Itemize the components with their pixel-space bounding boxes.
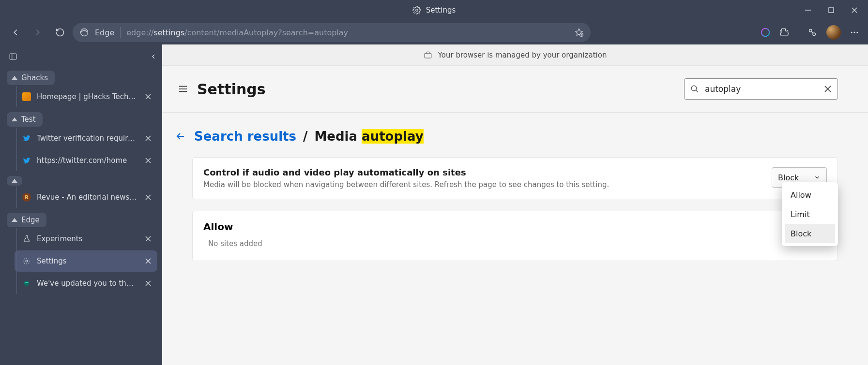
settings-gear-icon: [412, 6, 421, 15]
svg-point-9: [761, 29, 770, 37]
site-favicon-icon: [22, 92, 31, 101]
svg-point-38: [691, 86, 697, 91]
tab-group-edge[interactable]: Edge: [7, 213, 46, 227]
settings-search-box[interactable]: [684, 78, 838, 100]
close-tab-icon[interactable]: [144, 156, 152, 165]
breadcrumb-separator: /: [303, 129, 308, 144]
settings-search-input[interactable]: [705, 84, 818, 94]
chevron-down-icon: [814, 174, 821, 181]
svg-point-28: [26, 260, 28, 262]
copilot-icon[interactable]: [760, 27, 771, 38]
favorite-star-icon[interactable]: [574, 28, 584, 37]
more-menu-icon[interactable]: [850, 28, 859, 37]
search-icon: [690, 85, 699, 93]
autoplay-option-block[interactable]: Block: [785, 224, 835, 243]
settings-heading: Settings: [197, 81, 266, 98]
autoplay-card-title: Control if audio and video play automati…: [203, 167, 762, 177]
svg-rect-2: [829, 8, 834, 13]
svg-point-14: [854, 32, 855, 33]
address-scheme-label: Edge: [95, 28, 114, 37]
address-url: edge://settings/content/mediaAutoplay?se…: [126, 28, 568, 37]
svg-rect-34: [425, 53, 431, 58]
address-separator: [120, 27, 121, 38]
window-title: Settings: [426, 6, 456, 15]
tabs-panel-icon[interactable]: [9, 52, 17, 61]
briefcase-icon: [424, 51, 432, 59]
svg-line-12: [811, 31, 813, 33]
twitter-icon: [22, 156, 31, 165]
collapse-sidebar-icon[interactable]: [150, 53, 157, 60]
managed-banner: Your browser is managed by your organiza…: [162, 44, 868, 66]
toolbar-separator: [798, 27, 798, 38]
maximize-button[interactable]: [826, 5, 836, 15]
tab-twitter-verification[interactable]: Twitter verification requirem: [15, 128, 157, 149]
close-tab-icon[interactable]: [144, 257, 152, 265]
minimize-button[interactable]: [803, 5, 813, 15]
tab-ghacks-homepage[interactable]: Homepage | gHacks Technol: [15, 86, 157, 107]
svg-point-13: [851, 32, 853, 33]
autoplay-card-desc: Media will be blocked when navigating be…: [203, 180, 762, 189]
triangle-icon: [12, 76, 17, 80]
back-button[interactable]: [6, 23, 25, 42]
close-tab-icon[interactable]: [144, 92, 152, 101]
extensions-icon[interactable]: [779, 28, 789, 37]
autoplay-option-allow[interactable]: Allow: [785, 185, 835, 204]
svg-point-15: [856, 32, 858, 33]
close-tab-icon[interactable]: [144, 279, 152, 288]
tab-twitter-home[interactable]: https://twitter.com/home: [15, 150, 157, 171]
triangle-icon: [12, 218, 17, 222]
autoplay-card: Control if audio and video play automati…: [192, 157, 838, 199]
address-bar[interactable]: Edge edge://settings/content/mediaAutopl…: [73, 23, 591, 42]
gear-icon: [22, 257, 31, 265]
close-window-button[interactable]: [850, 5, 859, 15]
allow-empty-text: No sites added: [203, 233, 827, 251]
account-link-icon[interactable]: [807, 27, 818, 38]
forward-button[interactable]: [28, 23, 47, 42]
breadcrumb: Search results / Media autoplay: [162, 113, 868, 148]
refresh-button[interactable]: [50, 23, 70, 42]
close-tab-icon[interactable]: [144, 134, 152, 143]
breadcrumb-search-results[interactable]: Search results: [194, 129, 296, 144]
triangle-icon: [12, 179, 17, 183]
svg-rect-16: [10, 54, 16, 59]
tab-group-unnamed[interactable]: [7, 176, 22, 186]
autoplay-option-limit[interactable]: Limit: [785, 204, 835, 224]
tab-experiments[interactable]: Experiments: [15, 228, 157, 249]
breadcrumb-back-icon[interactable]: [174, 130, 187, 143]
managed-banner-text: Your browser is managed by your organiza…: [438, 51, 607, 59]
titlebar: Settings: [0, 0, 868, 20]
settings-menu-button[interactable]: [174, 80, 192, 98]
edge-logo-icon: [79, 28, 89, 37]
svg-point-0: [415, 9, 418, 12]
close-tab-icon[interactable]: [144, 234, 152, 243]
tab-settings[interactable]: Settings: [15, 250, 157, 272]
triangle-icon: [12, 117, 17, 121]
twitter-icon: [22, 134, 31, 143]
vertical-tabs-sidebar: Ghacks Homepage | gHacks Technol Test Tw…: [0, 44, 162, 365]
autoplay-select-value: Block: [778, 173, 799, 182]
breadcrumb-current: Media autoplay: [314, 129, 423, 144]
flask-icon: [22, 234, 31, 243]
search-highlight: autoplay: [362, 129, 424, 144]
settings-content: Your browser is managed by your organiza…: [162, 44, 868, 365]
tab-update-notice[interactable]: We've updated you to the la: [15, 273, 157, 294]
tab-revue[interactable]: R Revue - An editorial newslet: [15, 187, 157, 208]
svg-point-5: [81, 29, 88, 36]
allow-card: Allow No sites added: [192, 211, 838, 261]
autoplay-dropdown: Allow Limit Block: [782, 182, 838, 246]
browser-toolbar: Edge edge://settings/content/mediaAutopl…: [0, 20, 868, 44]
svg-line-39: [696, 90, 698, 92]
allow-card-title: Allow: [203, 221, 827, 233]
profile-avatar[interactable]: [826, 25, 841, 40]
revue-icon: R: [22, 193, 31, 202]
clear-search-icon[interactable]: [824, 85, 832, 93]
close-tab-icon[interactable]: [144, 193, 152, 202]
edge-icon: [22, 279, 31, 288]
tab-group-ghacks[interactable]: Ghacks: [7, 71, 55, 85]
tab-group-test[interactable]: Test: [7, 112, 43, 127]
